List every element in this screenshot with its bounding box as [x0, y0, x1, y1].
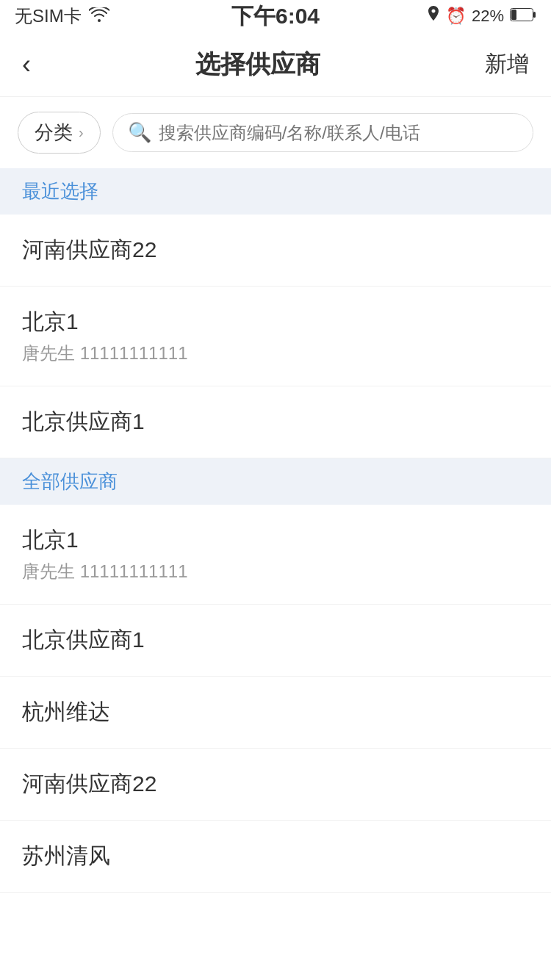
all-items-list: 北京1唐先生 11111111111北京供应商1杭州维达河南供应商22苏州清风 [0, 505, 551, 893]
item-name: 杭州维达 [22, 697, 529, 727]
recent-list-item[interactable]: 北京1唐先生 11111111111 [0, 287, 551, 386]
location-icon [427, 6, 440, 26]
item-name: 河南供应商22 [22, 769, 529, 799]
item-sub: 唐先生 11111111111 [22, 560, 529, 583]
recent-list-item[interactable]: 河南供应商22 [0, 215, 551, 287]
category-button[interactable]: 分类 › [18, 112, 101, 154]
filter-bar: 分类 › 🔍 [0, 97, 551, 168]
search-input[interactable] [159, 123, 518, 143]
status-bar: 无SIM卡 下午6:04 ⏰ 22% [0, 0, 551, 32]
recent-list-item[interactable]: 北京供应商1 [0, 386, 551, 458]
battery-label: 22% [472, 7, 504, 26]
all-list-item[interactable]: 苏州清风 [0, 821, 551, 893]
svg-rect-1 [511, 10, 516, 20]
alarm-icon: ⏰ [446, 7, 466, 26]
all-list-item[interactable]: 北京供应商1 [0, 605, 551, 677]
recent-items-list: 河南供应商22北京1唐先生 11111111111北京供应商1 [0, 215, 551, 458]
status-right: ⏰ 22% [427, 6, 536, 26]
nav-bar: ‹ 选择供应商 新增 [0, 32, 551, 97]
battery-icon [510, 7, 536, 26]
category-label: 分类 [35, 120, 73, 145]
wifi-icon [89, 6, 109, 26]
add-button[interactable]: 新增 [485, 49, 529, 79]
page-title: 选择供应商 [195, 48, 320, 82]
item-name: 北京1 [22, 525, 529, 555]
recent-section-header: 最近选择 [0, 168, 551, 215]
status-left: 无SIM卡 [15, 4, 109, 28]
item-name: 苏州清风 [22, 841, 529, 871]
item-name: 北京供应商1 [22, 407, 529, 437]
all-section-header: 全部供应商 [0, 458, 551, 505]
all-list-item[interactable]: 北京1唐先生 11111111111 [0, 505, 551, 605]
search-box[interactable]: 🔍 [112, 113, 533, 152]
status-time: 下午6:04 [231, 1, 320, 32]
item-name: 北京1 [22, 307, 529, 337]
carrier-label: 无SIM卡 [15, 4, 82, 28]
chevron-right-icon: › [79, 124, 84, 141]
all-list-item[interactable]: 杭州维达 [0, 677, 551, 749]
search-icon: 🔍 [128, 121, 151, 144]
item-name: 河南供应商22 [22, 235, 529, 265]
svg-rect-2 [533, 12, 536, 18]
item-sub: 唐先生 11111111111 [22, 342, 529, 365]
back-button[interactable]: ‹ [22, 49, 31, 80]
item-name: 北京供应商1 [22, 625, 529, 655]
all-list-item[interactable]: 河南供应商22 [0, 749, 551, 821]
